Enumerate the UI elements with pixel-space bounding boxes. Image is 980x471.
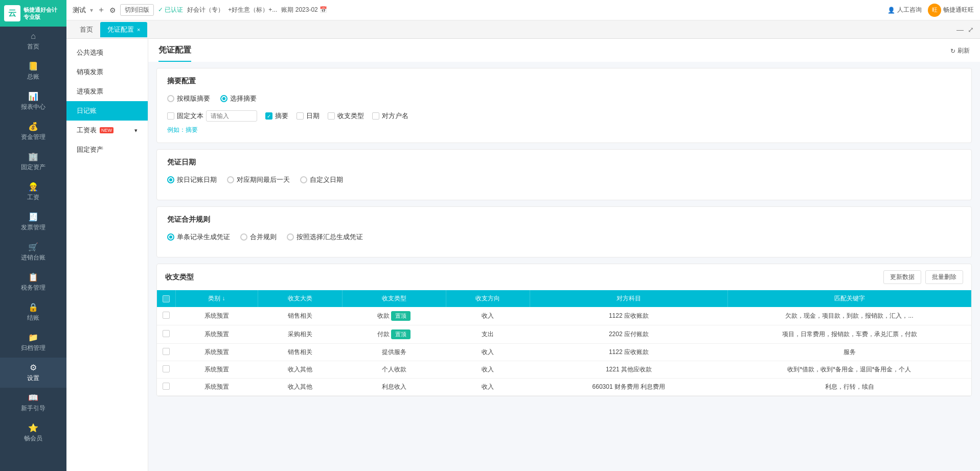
table-header-direction: 收支方向 xyxy=(446,290,530,307)
date-section-title: 凭证日期 xyxy=(167,158,961,167)
page-title: 凭证配置 xyxy=(158,45,191,62)
date-radio-0[interactable]: 按日记账日期 xyxy=(167,175,217,184)
cell-keywords: 欠款，现金，项目款，到款，报销款，汇入，... xyxy=(728,307,971,325)
summary-checkbox-0[interactable]: 固定文本 xyxy=(167,110,257,122)
top-tag-button[interactable]: 置顶 xyxy=(391,311,411,321)
batch-delete-button[interactable]: 批量删除 xyxy=(925,270,963,284)
sidebar-icon-10: 📁 xyxy=(28,333,38,342)
merge-radio-circle-1 xyxy=(240,233,247,241)
date-radio-1[interactable]: 对应期间最后一天 xyxy=(227,175,290,184)
row-checkbox[interactable] xyxy=(163,330,170,337)
summary-checkbox-3[interactable]: 收支类型 xyxy=(328,111,364,121)
logo-text: 畅捷通好会计 专业版 xyxy=(24,6,57,21)
summary-radio-1[interactable]: 选择摘要 xyxy=(220,94,257,103)
sidebar-item-结账[interactable]: 🔒结账 xyxy=(0,297,66,327)
sidebar-label-2: 报表中心 xyxy=(21,103,45,111)
calendar-icon[interactable]: 📅 xyxy=(320,6,327,13)
merge-radio-circle-0 xyxy=(167,233,174,241)
summary-checkbox-4[interactable]: 对方户名 xyxy=(372,111,408,121)
left-nav-item-工资表[interactable]: 工资表 NEW ▾ xyxy=(66,121,148,140)
left-nav-item-日记账[interactable]: 日记账 xyxy=(66,101,148,121)
certified-status: ✓ 已认证 xyxy=(158,6,183,14)
sidebar-item-设置[interactable]: ⚙设置 xyxy=(0,358,66,388)
sidebar-label-5: 工资 xyxy=(27,193,39,202)
summary-checkbox-1[interactable]: ✓摘要 xyxy=(265,111,288,121)
row-checkbox[interactable] xyxy=(163,383,170,390)
merge-radio-circle-2 xyxy=(287,233,294,241)
left-nav-item-进项发票[interactable]: 进项发票 xyxy=(66,82,148,101)
cell-category: 系统预置 xyxy=(175,361,258,379)
sidebar-item-固定资产[interactable]: 🏢固定资产 xyxy=(0,147,66,177)
merge-radio-1[interactable]: 合并规则 xyxy=(240,232,277,242)
left-nav-item-公共选项[interactable]: 公共选项 xyxy=(66,43,148,62)
sidebar-item-税务管理[interactable]: 📋税务管理 xyxy=(0,267,66,297)
cell-keywords: 服务 xyxy=(728,344,971,361)
top-tag-button[interactable]: 置顶 xyxy=(391,329,411,339)
sidebar-label-4: 固定资产 xyxy=(21,163,45,172)
sidebar-item-畅会员[interactable]: ⭐畅会员 xyxy=(0,418,66,448)
update-data-button[interactable]: 更新数据 xyxy=(883,270,921,284)
summary-checkbox-2[interactable]: 日期 xyxy=(297,111,320,121)
table-row: 系统预置销售相关收款 置顶收入1122 应收账款欠款，现金，项目款，到款，报销款… xyxy=(157,307,971,325)
sidebar-icon-2: 📊 xyxy=(28,91,38,101)
tab-voucher-config[interactable]: 凭证配置 × xyxy=(100,22,147,37)
sidebar-item-首页[interactable]: ⌂首页 xyxy=(0,27,66,56)
summary-radio-0[interactable]: 按模版摘要 xyxy=(167,94,210,103)
sidebar-label-6: 发票管理 xyxy=(21,223,45,232)
cell-sub-type: 利息收入 xyxy=(342,379,446,396)
sidebar-icon-4: 🏢 xyxy=(28,152,38,161)
sidebar-item-归档管理[interactable]: 📁归档管理 xyxy=(0,327,66,358)
company-dropdown-icon[interactable]: ▾ xyxy=(90,7,93,14)
row-checkbox[interactable] xyxy=(163,312,170,319)
income-table-section: 收支类型 更新数据 批量删除 类别 ↓收支大类收支类型收支方向对方科目匹配关键字… xyxy=(156,264,972,396)
checkbox-box-0 xyxy=(167,112,174,120)
table-row: 系统预置收入其他利息收入收入660301 财务费用 利息费用利息，行转，续自 xyxy=(157,379,971,396)
tab-close-icon[interactable]: × xyxy=(137,27,140,33)
cell-sub-type: 个人收款 xyxy=(342,361,446,379)
sidebar: 云 畅捷通好会计 专业版 ⌂首页📒总账📊报表中心💰资金管理🏢固定资产👷工资🧾发票… xyxy=(0,0,66,471)
cell-sub-type: 付款 置顶 xyxy=(342,325,446,344)
tab-controls: — ⤢ xyxy=(956,26,974,34)
sidebar-icon-0: ⌂ xyxy=(31,32,36,41)
user-menu[interactable]: 旺 畅捷通旺旺 xyxy=(928,4,974,17)
sidebar-item-发票管理[interactable]: 🧾发票管理 xyxy=(0,207,66,237)
left-nav-item-固定资产[interactable]: 固定资产 xyxy=(66,140,148,159)
maximize-button[interactable]: ⤢ xyxy=(968,26,974,34)
minimize-button[interactable]: — xyxy=(956,26,964,34)
cell-sub-type: 收款 置顶 xyxy=(342,307,446,325)
settings-icon[interactable]: ⚙ xyxy=(109,6,116,14)
cell-account: 1122 应收账款 xyxy=(530,344,727,361)
sidebar-item-资金管理[interactable]: 💰资金管理 xyxy=(0,116,66,147)
fixed-text-input[interactable] xyxy=(206,110,257,122)
checkbox-label-3: 收支类型 xyxy=(337,111,364,121)
cell-category: 系统预置 xyxy=(175,307,258,325)
switch-version-button[interactable]: 切到旧版 xyxy=(120,4,154,16)
consult-button[interactable]: 👤 人工咨询 xyxy=(887,6,922,14)
table-header-checkbox[interactable] xyxy=(157,290,175,307)
merge-radio-0[interactable]: 单条记录生成凭证 xyxy=(167,232,230,242)
sidebar-item-工资[interactable]: 👷工资 xyxy=(0,177,66,207)
row-checkbox[interactable] xyxy=(163,348,170,355)
radio-label-0: 按模版摘要 xyxy=(177,94,210,103)
sidebar-item-报表中心[interactable]: 📊报表中心 xyxy=(0,86,66,116)
add-button[interactable]: ＋ xyxy=(97,5,105,15)
merge-radio-2[interactable]: 按照选择汇总生成凭证 xyxy=(287,232,363,242)
summary-config-section: 摘要配置 按模版摘要选择摘要 固定文本✓摘要日期收支类型对方户名 例如：摘要 xyxy=(156,68,972,143)
date-radio-circle-2 xyxy=(300,176,307,183)
row-checkbox[interactable] xyxy=(163,365,170,372)
sidebar-item-总账[interactable]: 📒总账 xyxy=(0,56,66,86)
cell-keywords: 收到*借款，收到*备用金，退回*备用金，个人 xyxy=(728,361,971,379)
period-label: 账期 2023-02 📅 xyxy=(281,6,327,14)
sidebar-item-进销台账[interactable]: 🛒进销台账 xyxy=(0,237,66,267)
logo-icon: 云 xyxy=(4,5,20,21)
refresh-button[interactable]: ↻ 刷新 xyxy=(950,46,970,60)
left-nav-item-销项发票[interactable]: 销项发票 xyxy=(66,62,148,82)
sidebar-item-新手引导[interactable]: 📖新手引导 xyxy=(0,388,66,418)
select-all-checkbox[interactable] xyxy=(163,295,170,302)
good-acc-label: 好会计（专） xyxy=(187,6,224,14)
date-radio-2[interactable]: 自定义日期 xyxy=(300,175,343,184)
radio-label-1: 选择摘要 xyxy=(230,94,257,103)
tab-home[interactable]: 首页 xyxy=(73,22,100,37)
date-radio-circle-0 xyxy=(167,176,174,183)
sidebar-icon-6: 🧾 xyxy=(28,212,38,222)
